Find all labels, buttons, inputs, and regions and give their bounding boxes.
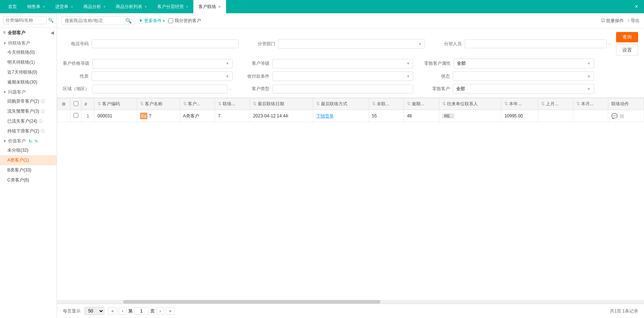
dots-manager-icon[interactable]: ··· (608, 41, 612, 46)
window-close-button[interactable]: × (632, 3, 641, 10)
select-retail-attr[interactable]: 全部 ▼ (454, 59, 594, 68)
td-checkbox (71, 110, 82, 122)
collapse-icon[interactable]: ◀ (51, 31, 54, 35)
search-button[interactable]: 查询 (616, 32, 638, 42)
col-gear[interactable]: ⚙ (57, 98, 71, 110)
close-customer-segmentation-icon[interactable]: × (186, 4, 188, 9)
export-btn[interactable]: ↑ 导出 (627, 18, 640, 24)
label-customer-type: 客户类型 (244, 86, 269, 92)
info-icon3: ⓘ (39, 119, 43, 124)
scrollbar-thumb[interactable] (123, 300, 380, 304)
nav-home[interactable]: 首页 (3, 0, 22, 13)
close-product-analysis-icon[interactable]: × (103, 4, 105, 9)
col-customer-type[interactable]: ⇅客户... (180, 98, 215, 110)
input-manager[interactable] (465, 39, 607, 48)
td-last-method[interactable]: 下销货单 (313, 110, 369, 122)
refresh-icon[interactable]: ↻ (29, 139, 32, 144)
col-last-month[interactable]: ⇅上月... (538, 98, 573, 110)
select-nature[interactable]: ▼ (92, 71, 233, 81)
sidebar-item-repurchase-abnormal[interactable]: 回购异常客户(2) ⓘ (0, 96, 57, 106)
select-price-level[interactable]: ▼ (92, 59, 233, 68)
sidebar-item-class-b[interactable]: B类客户(33) (0, 165, 57, 175)
total-records-label: 共1页 1条记录 (610, 308, 638, 314)
nav-sales-order[interactable]: 销售单 × (22, 0, 50, 13)
sidebar-search-container: 🔍 (0, 13, 57, 28)
my-customers-check[interactable] (168, 18, 173, 23)
sidebar-all-customers[interactable]: ⠿ 全部客户 ◀ (0, 28, 57, 38)
col-overdue[interactable]: ⇅逾期... (404, 98, 439, 110)
select-dept[interactable]: ▼ (278, 39, 425, 49)
select-customer-level[interactable]: ▼ (272, 59, 414, 68)
input-phone[interactable] (92, 39, 239, 48)
sidebar-item-declining[interactable]: 持续下滑客户(2) ⓘ (0, 126, 57, 136)
nav-customer-segmentation[interactable]: 客户分层经营 × (152, 0, 193, 13)
row-checkbox[interactable] (74, 113, 78, 118)
td-overdue: 48 (404, 110, 439, 122)
col-contact-count[interactable]: ⇅联络... (215, 98, 250, 110)
sidebar-item-today[interactable]: 今天待联络(0) (0, 47, 57, 57)
sidebar-item-tomorrow[interactable]: 明天待联络(1) (0, 57, 57, 67)
filter-search-input[interactable] (65, 18, 125, 23)
close-purchase-order-icon[interactable]: × (71, 4, 73, 9)
horizontal-scrollbar[interactable] (57, 300, 644, 304)
per-page-select[interactable]: 50 100 (84, 307, 104, 315)
label-dept: 分管部门 (250, 41, 275, 47)
sort-icon-year: ⇅ (504, 101, 508, 106)
select-retail[interactable]: 全部 ▼ (453, 84, 594, 94)
last-page-btn[interactable]: » (166, 307, 175, 315)
next-page-btn[interactable]: › (156, 307, 164, 315)
sidebar-search-input[interactable] (3, 16, 47, 24)
close-product-analysis-list-icon[interactable]: × (144, 4, 147, 9)
sidebar-item-class-c[interactable]: C类客户(6) (0, 175, 57, 185)
table-row: 1 000031 Ea ? A类客户 7 2023-04-12 14:44: 下… (57, 110, 644, 122)
close-sales-order-icon[interactable]: × (43, 4, 45, 9)
td-company-contact: RE . (439, 110, 501, 122)
sidebar-item-7days[interactable]: 近7天待联络(0) (0, 67, 57, 77)
more-conditions-btn[interactable]: ▼ 更多条件 ▾ (139, 18, 165, 24)
col-not-contacted[interactable]: ⇅未联... (369, 98, 404, 110)
col-last-date[interactable]: ⇅最后联络日期 (250, 98, 313, 110)
close-customer-contact-icon[interactable]: × (218, 4, 221, 9)
select-status[interactable]: ▼ (453, 71, 594, 81)
sidebar-item-unclassified[interactable]: 未分组(32) (0, 145, 57, 155)
col-last-method[interactable]: ⇅最后联络方式 (313, 98, 369, 110)
col-this-year[interactable]: ⇅本年... (501, 98, 538, 110)
last-method-link[interactable]: 下销货单 (316, 113, 334, 119)
first-page-btn[interactable]: « (108, 307, 117, 315)
td-this-year: 10995.00 (501, 110, 538, 122)
chat-icon[interactable]: 💬 (611, 113, 618, 119)
my-customers-checkbox: 我分管的客户 (168, 18, 201, 24)
sidebar-item-overdue[interactable]: 逾期未联络(30) (0, 77, 57, 87)
select-payment[interactable]: ▼ (272, 71, 414, 81)
dots-region-icon[interactable]: ··· (229, 86, 233, 92)
input-region[interactable] (92, 85, 228, 93)
page-navigation: « ‹ 第 页 › » (108, 307, 175, 315)
sidebar-search-icon[interactable]: 🔍 (48, 18, 54, 23)
col-code[interactable]: ⇅客户编码 (94, 98, 137, 110)
qr-icon[interactable]: ⊞ (620, 113, 624, 119)
filter-cell-customer-level: 客户等级 ▼ (244, 59, 414, 68)
edit-icon[interactable]: ✎ (35, 139, 38, 144)
col-company-contact[interactable]: ⇅往来单位联系人 (439, 98, 501, 110)
sidebar-item-class-a[interactable]: A类客户(1) (0, 155, 57, 165)
nav-purchase-order[interactable]: 进货单 × (50, 0, 78, 13)
info-icon4: ⓘ (41, 128, 45, 134)
page-input[interactable] (134, 307, 149, 315)
filter-search-icon[interactable]: 🔍 (125, 18, 132, 24)
nav-product-analysis-list[interactable]: 商品分析列表 × (111, 0, 152, 13)
td-gear (57, 110, 71, 122)
gear-icon[interactable]: ⚙ (62, 102, 66, 107)
col-this-month[interactable]: ⇅本月... (573, 98, 608, 110)
nav-product-analysis[interactable]: 商品分析 × (78, 0, 111, 13)
input-customer-type[interactable] (272, 85, 414, 93)
col-name[interactable]: ⇅客户名称 (137, 98, 180, 110)
select-all-checkbox[interactable] (74, 101, 78, 106)
batch-op-btn[interactable]: ☑ 批量操作 (601, 18, 624, 24)
sidebar-item-churn-warning[interactable]: 流失预警客户(3) ⓘ (0, 106, 57, 116)
prev-page-btn[interactable]: ‹ (119, 307, 127, 315)
td-name: Ea ? (137, 110, 180, 122)
nav-customer-contact[interactable]: 客户联络 × (193, 0, 226, 13)
settings-button[interactable]: 设置 (616, 45, 638, 56)
export-icon: ↑ (627, 18, 630, 23)
sidebar-item-churned[interactable]: 已流失客户(24) ⓘ (0, 116, 57, 126)
